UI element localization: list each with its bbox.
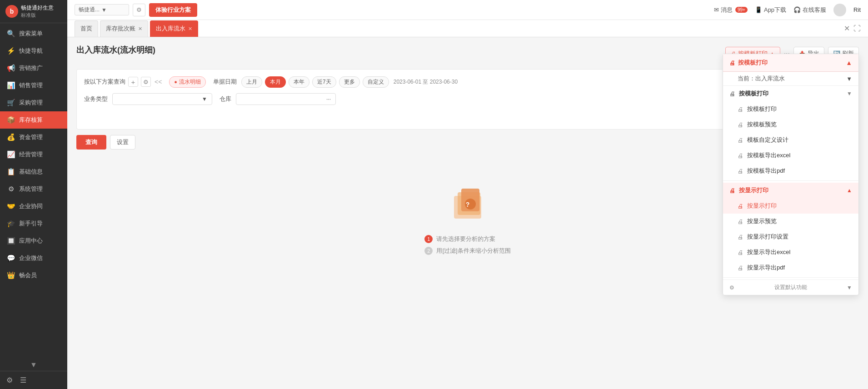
chevron-down-icon: ▼ <box>101 7 107 13</box>
sidebar-icon-vip: 👑 <box>6 271 15 280</box>
filter-label: 按以下方案查询 <box>84 78 125 86</box>
section-1-title: 🖨 按模板打印 <box>729 90 768 98</box>
main-area: 畅捷通... ▼ ⚙ 体验行业方案 ✉ 消息 99+ 📱 App下载 🎧 在线客… <box>67 0 868 389</box>
dropdown-divider-2 <box>723 277 858 278</box>
dp-icon-s2: 🖨 <box>738 234 743 240</box>
date-chip-本年[interactable]: 本年 <box>289 76 309 88</box>
tab-maximize-button[interactable]: ⛶ <box>853 25 861 33</box>
online-service-button[interactable]: 🎧 在线客服 <box>793 6 826 14</box>
dropdown-header-arrow[interactable]: ▲ <box>846 59 852 66</box>
section-1-title-text: 按模板打印 <box>739 90 768 98</box>
date-chip-近7天[interactable]: 近7天 <box>312 76 336 88</box>
sidebar-icon-inventory: 📦 <box>6 115 15 125</box>
sidebar-item-enterprise-wechat[interactable]: 💬企业微信 <box>0 249 67 267</box>
date-chip-更多[interactable]: 更多 <box>339 76 360 88</box>
sidebar-item-sales[interactable]: 📊销售管理 <box>0 77 67 94</box>
tab-close-flow[interactable]: ✕ <box>188 26 192 32</box>
menu-icon[interactable]: ☰ <box>20 376 26 384</box>
trial-button[interactable]: 体验行业方案 <box>149 3 197 17</box>
dp-s1-item-按模板导出pdf[interactable]: 🖨按模板导出pdf <box>723 163 858 179</box>
dp-item-label: 模板自定义设计 <box>747 136 788 144</box>
dp-item-label: 按模板预览 <box>747 120 777 129</box>
dp-item-label: 按模板导出pdf <box>747 167 785 175</box>
dp-icon-s2: 🖨 <box>738 264 743 271</box>
sidebar-item-marketing[interactable]: 📢营销推广 <box>0 60 67 77</box>
set-button[interactable]: 设置 <box>110 135 135 150</box>
app-download-icon: 📱 <box>755 6 762 13</box>
dp-item-label: 按显示预览 <box>747 217 777 225</box>
sidebar-item-purchase[interactable]: 🛒采购管理 <box>0 94 67 111</box>
date-chip-上月[interactable]: 上月 <box>241 76 262 88</box>
dropdown-section-1-header[interactable]: 🖨 按模板打印 ▼ <box>723 86 858 101</box>
sidebar-item-vip[interactable]: 👑畅会员 <box>0 267 67 284</box>
sidebar-icon-enterprise: 🤝 <box>6 202 15 211</box>
dropdown-footer[interactable]: ⚙ 设置默认功能 ▼ <box>723 279 858 295</box>
tab-label-batch-account: 库存批次账 <box>106 25 135 33</box>
tab-flow[interactable]: 出入库流水✕ <box>150 20 198 37</box>
dp-s1-item-按模板打印[interactable]: 🖨按模板打印 <box>723 101 858 117</box>
dp-s2-item-按显示打印设置[interactable]: 🖨按显示打印设置 <box>723 229 858 244</box>
app-download-label: App下载 <box>764 6 786 14</box>
sidebar-icon-search: 🔍 <box>6 29 15 38</box>
dp-item-label: 按显示打印 <box>747 202 777 210</box>
sidebar-label-operations: 经营管理 <box>19 150 43 159</box>
footer-icon: ⚙ <box>729 284 734 291</box>
warehouse-section: 仓库 ··· <box>219 93 336 105</box>
scheme-settings-button[interactable]: ⚙ <box>141 77 151 87</box>
sidebar-icon-operations: 📈 <box>6 150 15 159</box>
sidebar-item-search[interactable]: 🔍搜索菜单 <box>0 25 67 42</box>
dp-s1-item-模板自定义设计[interactable]: 🖨模板自定义设计 <box>723 132 858 148</box>
message-badge: 99+ <box>735 7 748 13</box>
dropdown-current-item: 当前：出入库流水 ▼ <box>723 72 858 86</box>
date-chip-自定义[interactable]: 自定义 <box>363 76 389 88</box>
dp-s2-item-按显示导出pdf[interactable]: 🖨按显示导出pdf <box>723 260 858 275</box>
dp-s2-item-按显示预览[interactable]: 🖨按显示预览 <box>723 214 858 229</box>
sidebar-item-system[interactable]: ⚙系统管理 <box>0 180 67 198</box>
dp-s1-item-按模板导出excel[interactable]: 🖨按模板导出excel <box>723 148 858 163</box>
tab-close-full-button[interactable]: ✕ <box>844 24 850 33</box>
sidebar-item-enterprise[interactable]: 🤝企业协同 <box>0 198 67 215</box>
dp-s1-item-按模板预览[interactable]: 🖨按模板预览 <box>723 117 858 132</box>
topbar-left: 畅捷通... ▼ ⚙ 体验行业方案 <box>75 3 708 17</box>
settings-icon[interactable]: ⚙ <box>6 376 13 384</box>
step-1-text: 请先选择要分析的方案 <box>436 235 495 243</box>
user-avatar[interactable] <box>833 4 846 16</box>
tab-batch-account[interactable]: 库存批次账✕ <box>100 20 148 37</box>
sidebar-item-finance[interactable]: 💰资金管理 <box>0 129 67 146</box>
dp-s2-item-按显示打印[interactable]: 🖨按显示打印 <box>723 198 858 214</box>
sidebar-item-inventory[interactable]: 📦库存核算 <box>0 111 67 129</box>
topbar-settings-button[interactable]: ⚙ <box>133 4 145 16</box>
warehouse-input[interactable]: ··· <box>236 93 336 105</box>
collapse-sidebar-button[interactable]: << <box>155 78 162 85</box>
filter-scheme: 按以下方案查询 + ⚙ << <box>84 77 162 87</box>
date-chip-本月[interactable]: 本月 <box>265 76 286 88</box>
section-2-title-text: 按显示打印 <box>739 186 768 194</box>
sidebar: b 畅捷通好生意 标准版 🔍搜索菜单⚡快捷导航📢营销推广📊销售管理🛒采购管理📦库… <box>0 0 67 389</box>
user-selector[interactable]: 畅捷通... ▼ <box>75 4 129 15</box>
sidebar-scroll-down[interactable]: ▼ <box>0 359 67 371</box>
sidebar-item-app-center[interactable]: 🔲应用中心 <box>0 232 67 249</box>
dropdown-section-2-header[interactable]: 🖨 按显示打印 ▲ <box>723 183 858 198</box>
topbar-right: ✉ 消息 99+ 📱 App下载 🎧 在线客服 Rit <box>714 4 861 16</box>
empty-step-2: 2 用[过滤]条件来缩小分析范围 <box>424 247 510 255</box>
current-item-arrow: ▼ <box>846 75 852 82</box>
sidebar-item-quick-nav[interactable]: ⚡快捷导航 <box>0 42 67 60</box>
sidebar-bottom: ⚙ ☰ <box>0 371 67 389</box>
sidebar-item-operations[interactable]: 📈经营管理 <box>0 146 67 163</box>
warehouse-label: 仓库 <box>219 95 231 103</box>
section-2-arrow: ▲ <box>847 187 852 194</box>
user-selector-text: 畅捷通... <box>79 6 100 14</box>
dp-s2-item-按显示导出excel[interactable]: 🖨按显示导出excel <box>723 244 858 260</box>
filter-tag-icon: ● <box>174 79 177 85</box>
add-scheme-button[interactable]: + <box>128 77 138 87</box>
tab-close-batch-account[interactable]: ✕ <box>138 26 142 32</box>
sidebar-icon-finance: 💰 <box>6 133 15 142</box>
step-1-number: 1 <box>424 235 433 243</box>
business-type-input[interactable]: ▼ <box>112 93 212 105</box>
tab-home[interactable]: 首页 <box>75 20 98 37</box>
sidebar-item-basic-info[interactable]: 📋基础信息 <box>0 163 67 180</box>
sidebar-item-guide[interactable]: 🎓新手引导 <box>0 215 67 232</box>
query-button[interactable]: 查询 <box>76 135 106 150</box>
app-download-button[interactable]: 📱 App下载 <box>755 6 786 14</box>
message-button[interactable]: ✉ 消息 99+ <box>714 6 748 14</box>
